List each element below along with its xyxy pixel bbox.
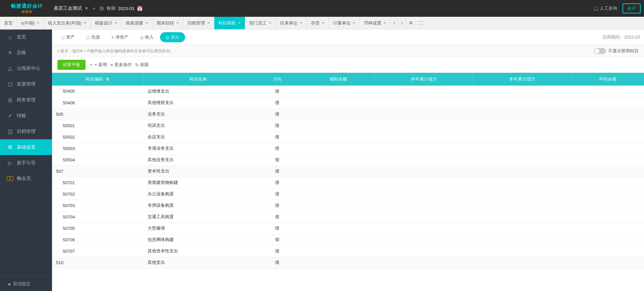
sidebar-item-settle[interactable]: ✓ 结账: [0, 108, 52, 124]
th-year-opening: 年初余额: [571, 73, 644, 86]
sidebar-item-archive[interactable]: ◫ 归档管理: [0, 124, 52, 139]
sidebar-item-home[interactable]: ⌂ 首页: [0, 30, 52, 45]
tab-counterpart-close[interactable]: ✕: [300, 21, 303, 25]
table-row[interactable]: 50503专项业务支出借: [52, 143, 644, 154]
tab-unit[interactable]: 计量单位 ✕: [329, 17, 360, 29]
sub-tab-net-assets[interactable]: ≡ 净资产: [106, 32, 133, 42]
tab-currency-close[interactable]: ✕: [383, 21, 386, 25]
more-button[interactable]: ≡ 更多操作: [110, 62, 132, 68]
tab-income[interactable]: 收入支出表(年报) ✕: [44, 17, 91, 29]
table-row[interactable]: 50705大型修缮借: [52, 223, 644, 234]
table-row[interactable]: 50405运维维支出借: [52, 86, 644, 97]
sub-tab-income-label: 收入: [145, 34, 154, 40]
tab-period-end-close[interactable]: ✕: [176, 21, 179, 25]
table-row[interactable]: 50406其他维权支出借: [52, 97, 644, 108]
tab-archive-close[interactable]: ✕: [207, 21, 210, 25]
table-row[interactable]: 50704交通工具购置借: [52, 211, 644, 223]
table-row[interactable]: 507资本性支出借: [52, 165, 644, 177]
tab-nav-prev[interactable]: ‹: [391, 17, 398, 29]
tab-tax-close[interactable]: ✕: [145, 21, 148, 25]
table-row[interactable]: 50706信息网络购建借: [52, 234, 644, 245]
tab-template[interactable]: 模版设计 ✕: [91, 17, 122, 29]
tab-template-close[interactable]: ✕: [114, 21, 117, 25]
table-row[interactable]: 510其他支出借: [52, 257, 644, 268]
th-settings-icon[interactable]: ⚙: [106, 77, 110, 82]
sidebar-item-settings[interactable]: ⚙ 基础设置: [0, 139, 52, 155]
table-row[interactable]: 50703专用设备购置借: [52, 200, 644, 211]
cell-direction: 借: [253, 245, 302, 257]
sub-tab-income[interactable]: ◎ 收入: [135, 32, 159, 42]
tab-period-end[interactable]: 期末结转 ✕: [153, 17, 183, 29]
tab-interim[interactable]: ε(中期) ✕: [17, 17, 44, 29]
toggle-disabled-switch[interactable]: [594, 48, 606, 54]
tab-counterpart[interactable]: 往来单位 ✕: [276, 17, 307, 29]
table-row[interactable]: 50707其他资本性支出借: [52, 245, 644, 257]
cell-year-opening: [571, 120, 644, 131]
cell-name: 专项业务支出: [144, 143, 253, 154]
add-button[interactable]: ＋ + 新增: [89, 62, 107, 68]
tab-close-all[interactable]: ✕: [406, 17, 416, 29]
tab-nav-next[interactable]: ›: [398, 17, 406, 29]
dropdown-icon[interactable]: ▼: [85, 6, 89, 11]
cell-code: 50702: [52, 188, 144, 200]
calendar-icon[interactable]: 📅: [137, 6, 143, 11]
sidebar-item-guide[interactable]: ▷ 新手引导: [0, 155, 52, 171]
table-header-row: 科目编码 ⚙ 科目名称 方向 期初余额 本年累计借方 本年累计贷方 年初余额: [52, 73, 644, 86]
sidebar-item-member[interactable]: V 畅会员: [0, 171, 52, 186]
sidebar-item-tax[interactable]: ◎ 税务管理: [0, 92, 52, 108]
sidebar-label-invoice: 发票管理: [17, 81, 36, 87]
table-row[interactable]: 505业务支出借: [52, 108, 644, 120]
tab-unit-close[interactable]: ✕: [353, 21, 356, 25]
tab-inventory-close[interactable]: ✕: [322, 21, 325, 25]
account-button[interactable]: 会计: [623, 3, 641, 13]
cell-opening: [302, 86, 375, 97]
table-row[interactable]: 50701房屋建筑物购建借: [52, 177, 644, 188]
tab-subject-init-close[interactable]: ✕: [238, 21, 241, 25]
tab-inventory[interactable]: 存货 ✕: [307, 17, 329, 29]
th-credit: 本年累计贷方: [473, 73, 571, 86]
table-row[interactable]: 50501培训支出借: [52, 120, 644, 131]
cell-direction: 借: [253, 211, 302, 223]
th-code: 科目编码 ⚙: [52, 73, 144, 86]
sidebar-label-settle: 结账: [17, 113, 26, 119]
cell-name: 专用设备购置: [144, 200, 253, 211]
sidebar-item-ledger[interactable]: ≡ 总账: [0, 45, 52, 60]
tab-maximize[interactable]: ⛶: [416, 17, 426, 29]
cell-opening: [302, 97, 375, 108]
tab-dept-close[interactable]: ✕: [269, 21, 272, 25]
tab-archive[interactable]: 归档管理 ✕: [183, 17, 214, 29]
settings-icon[interactable]: ⚙: [99, 5, 104, 12]
cell-debit: [375, 154, 473, 165]
cell-opening: [302, 177, 375, 188]
tab-tax[interactable]: 税表清册 ✕: [122, 17, 153, 29]
sidebar-collapse[interactable]: ◄ 取消固定: [0, 277, 52, 291]
sub-tab-liabilities[interactable]: ◻ 负债: [81, 32, 105, 42]
table-row[interactable]: 50502会议支出借: [52, 131, 644, 143]
cell-debit: [375, 200, 473, 211]
project-name[interactable]: 基层工会测试: [54, 5, 82, 11]
cell-name: 会议支出: [144, 131, 253, 143]
tab-currency[interactable]: 币种设置 ✕: [360, 17, 391, 29]
tab-subject-init[interactable]: 科目期初 ✕: [214, 17, 245, 29]
tab-income-close[interactable]: ✕: [84, 21, 87, 25]
sidebar-item-report[interactable]: △ 云报表中心: [0, 60, 52, 76]
table-row[interactable]: 50504其他业务支出借: [52, 154, 644, 165]
period-value: 2023-03: [118, 6, 134, 11]
expenditure-icon: ◎: [166, 35, 169, 40]
hint-area: ℹ 提示：按Ctrl + F键并输入科目编码或者科目名称可以查找科目。: [57, 48, 591, 54]
tab-interim-close[interactable]: ✕: [37, 21, 40, 25]
home-icon: ⌂: [7, 34, 13, 40]
tab-dept[interactable]: 部门员工 ✕: [245, 17, 276, 29]
help-button[interactable]: 🎧 人工咨询: [593, 5, 617, 11]
tab-home[interactable]: 首页: [0, 17, 17, 29]
sidebar-item-invoice[interactable]: ◻ 发票管理: [0, 76, 52, 92]
sub-tab-assets[interactable]: ◻ 资产: [56, 32, 80, 42]
cell-direction: 借: [253, 188, 302, 200]
calculate-button[interactable]: 试算平衡: [57, 60, 86, 70]
table-row[interactable]: 50702办公设备购置借: [52, 188, 644, 200]
refresh-button[interactable]: ↻ 刷新: [135, 62, 149, 68]
sub-tab-expenditure[interactable]: ◎ 支出: [160, 32, 185, 42]
add-project-icon[interactable]: ＋: [91, 5, 97, 12]
cell-name: 交通工具购置: [144, 211, 253, 223]
help-label: 人工咨询: [600, 5, 617, 11]
